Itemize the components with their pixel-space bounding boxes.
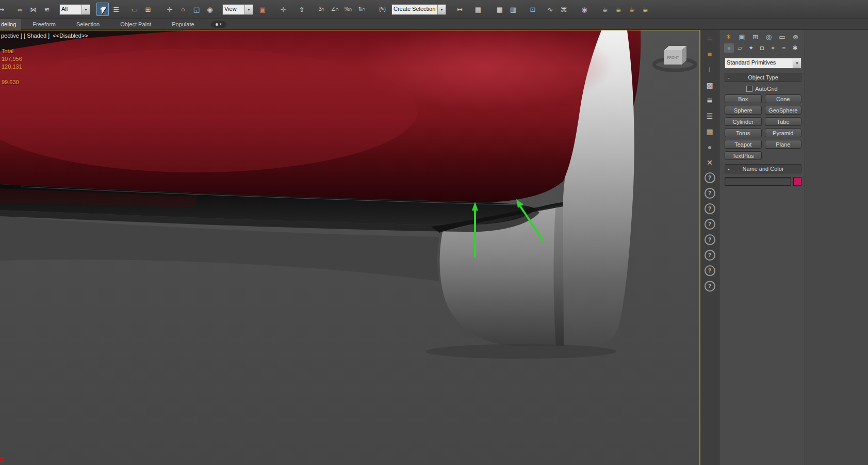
select-by-name-icon[interactable]: ☰: [110, 3, 122, 16]
unlink-selection-icon[interactable]: ⋈: [27, 3, 40, 16]
primitive-pyramid-button[interactable]: Pyramid: [765, 129, 802, 137]
select-and-rotate-icon[interactable]: ○: [177, 3, 189, 16]
render-flyout-icon[interactable]: ☕: [639, 3, 651, 16]
help-icon[interactable]: ?: [705, 172, 715, 183]
primitive-tube-button[interactable]: Tube: [765, 117, 802, 126]
category-cameras-icon[interactable]: ◘: [757, 43, 767, 53]
standard-primitives-dropdown[interactable]: Standard Primitives ▼: [725, 58, 801, 69]
material-editor-icon[interactable]: ◉: [578, 3, 591, 16]
autogrid-checkbox[interactable]: [746, 86, 752, 92]
category-systems-icon[interactable]: ✱: [790, 43, 800, 53]
reference-coordinate-value: View: [223, 5, 244, 14]
primitive-cone-button[interactable]: Cone: [765, 94, 802, 103]
object-color-swatch[interactable]: [793, 177, 801, 186]
select-and-place-icon[interactable]: ◉: [204, 3, 216, 16]
object-type-rollout-header[interactable]: - Object Type: [725, 73, 801, 82]
bind-to-space-warp-icon[interactable]: ≋: [41, 3, 53, 16]
tab-motion-icon[interactable]: ◎: [763, 32, 774, 42]
schematic-view-icon[interactable]: ⌘: [558, 3, 570, 16]
primitive-torus-button[interactable]: Torus: [725, 129, 762, 137]
clipped-toolbar-icon[interactable]: ↪: [0, 3, 8, 16]
dropdown-arrow-icon[interactable]: ▼: [81, 5, 90, 14]
viewport-3d-scene[interactable]: FRONT: [0, 30, 699, 465]
stats-line: 99.630: [2, 78, 22, 86]
edit-named-selection-sets-icon[interactable]: {✎}: [376, 3, 388, 16]
stats-line: 107,956: [2, 55, 22, 63]
category-lights-icon[interactable]: ✦: [746, 43, 756, 53]
viewport-label[interactable]: pective ] [ Shaded ] <<Disabled>>: [1, 33, 88, 39]
sphere-icon[interactable]: ●: [703, 141, 716, 152]
render-setup-icon[interactable]: ☕: [599, 3, 611, 16]
primitive-textplus-button[interactable]: TextPlus: [725, 151, 762, 160]
snaps-toggle-icon[interactable]: 3∩: [315, 3, 327, 16]
stats-line: 120,131: [2, 63, 22, 71]
help-icon[interactable]: ?: [705, 188, 715, 199]
align-icon[interactable]: ▤: [472, 3, 484, 16]
select-and-link-icon[interactable]: ∞: [14, 3, 26, 16]
ribbon-tab-populate[interactable]: Populate: [168, 19, 198, 30]
object-name-input[interactable]: [725, 177, 791, 186]
scene-explorer-icon[interactable]: ▥: [507, 3, 519, 16]
standard-primitives-value: Standard Primitives: [725, 58, 793, 68]
ribbon-minimize-button[interactable]: ▾: [211, 21, 226, 28]
reference-coordinate-dropdown[interactable]: View ▼: [222, 4, 253, 15]
help-icon[interactable]: ?: [705, 265, 715, 276]
tab-create-icon[interactable]: ✳: [723, 32, 734, 42]
primitive-geosphere-button[interactable]: GeoSphere: [765, 106, 802, 115]
render-production-icon[interactable]: ☕: [626, 3, 638, 16]
checker-icon[interactable]: ▩: [703, 79, 716, 90]
rendered-frame-window-icon[interactable]: ☕: [612, 3, 625, 16]
primitive-teapot-button[interactable]: Teapot: [725, 140, 762, 149]
percent-snap-icon[interactable]: %∩: [342, 3, 354, 16]
box-icon[interactable]: ■: [703, 49, 716, 59]
tab-modify-icon[interactable]: ▣: [736, 32, 747, 42]
keyboard-shortcut-override-icon[interactable]: ⇧: [296, 3, 308, 16]
ribbon-tab-selection[interactable]: Selection: [72, 19, 104, 30]
perspective-viewport[interactable]: FRONT pective ] [ Shaded ] <<Disabled>> …: [0, 30, 700, 465]
category-helpers-icon[interactable]: ⌖: [768, 43, 778, 53]
layer-manager-icon[interactable]: ▦: [494, 3, 506, 16]
named-selection-sets-dropdown[interactable]: Create Selection Se ▼: [391, 4, 446, 15]
category-geometry-icon[interactable]: ●: [724, 43, 734, 53]
ribbon-tab-freeform[interactable]: Freeform: [28, 19, 60, 30]
tab-hierarchy-icon[interactable]: ⊞: [750, 32, 761, 42]
help-icon[interactable]: ?: [705, 203, 715, 214]
select-and-manipulate-icon[interactable]: ✛: [277, 3, 289, 16]
ribbon-tab-modeling[interactable]: deling: [0, 19, 21, 30]
rectangular-selection-region-icon[interactable]: ▭: [128, 3, 141, 16]
tab-utilities-icon[interactable]: ⊗: [790, 32, 801, 42]
dropdown-arrow-icon[interactable]: ▼: [437, 5, 446, 14]
primitive-cylinder-button[interactable]: Cylinder: [725, 117, 762, 126]
primitive-sphere-button[interactable]: Sphere: [725, 106, 762, 115]
close-icon[interactable]: ✕: [703, 157, 716, 168]
help-icon[interactable]: ?: [705, 219, 715, 230]
primitive-box-button[interactable]: Box: [725, 94, 762, 103]
teapot-icon[interactable]: ☕: [703, 33, 716, 44]
spinner-snap-icon[interactable]: ⇅∩: [355, 3, 368, 16]
help-icon[interactable]: ?: [705, 281, 715, 292]
stack-icon[interactable]: ≣: [703, 95, 716, 106]
dropdown-arrow-icon[interactable]: ▼: [244, 5, 253, 14]
right-empty-area: [805, 30, 868, 465]
tab-display-icon[interactable]: ▭: [777, 32, 788, 42]
dropdown-arrow-icon[interactable]: ▼: [793, 58, 801, 68]
category-space-warps-icon[interactable]: ≈: [779, 43, 789, 53]
mirror-icon[interactable]: ▸◂: [453, 3, 466, 16]
list-icon[interactable]: ☰: [703, 110, 716, 121]
use-pivot-point-center-icon[interactable]: ▣: [256, 3, 269, 16]
curve-editor-icon[interactable]: ∿: [544, 3, 556, 16]
brick-icon[interactable]: ▦: [703, 126, 716, 137]
angle-snap-icon[interactable]: ∠∩: [329, 3, 341, 16]
help-icon[interactable]: ?: [705, 250, 715, 261]
window-crossing-icon[interactable]: ⊞: [142, 3, 154, 16]
select-and-move-icon[interactable]: ✛: [163, 3, 176, 16]
selection-filter-dropdown[interactable]: All ▼: [59, 4, 90, 15]
primitive-plane-button[interactable]: Plane: [765, 140, 802, 149]
ribbon-tab-object-paint[interactable]: Object Paint: [116, 19, 155, 30]
select-and-scale-icon[interactable]: ◱: [190, 3, 203, 16]
help-icon[interactable]: ?: [705, 234, 715, 245]
clamp-icon[interactable]: ⊥: [703, 64, 716, 75]
category-shapes-icon[interactable]: ▱: [735, 43, 745, 53]
name-and-color-rollout-header[interactable]: - Name and Color: [725, 164, 801, 173]
ribbon-toggle-icon[interactable]: ⊡: [527, 3, 539, 16]
